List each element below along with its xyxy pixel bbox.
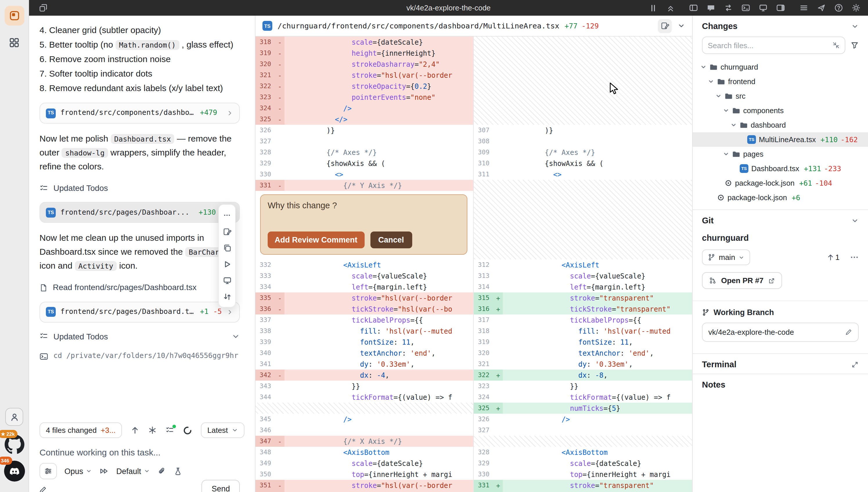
fast-forward-button[interactable] — [99, 466, 109, 476]
model-dropdown[interactable]: Opus — [65, 467, 92, 475]
pause-button[interactable] — [648, 3, 658, 13]
diff-row[interactable]: 337 tickLabelProps={{317 tickLabelProps=… — [256, 315, 692, 325]
attach-button[interactable] — [157, 467, 166, 475]
tree-item[interactable]: TS MultiLineArea.tsx +110 -162 — [693, 132, 868, 147]
files-changed-chip[interactable]: 4 files changed +3... — [40, 422, 122, 438]
annotate-button[interactable] — [658, 19, 672, 33]
share-button[interactable] — [816, 3, 826, 13]
tree-item[interactable]: package-lock.json +6 — [693, 190, 868, 205]
diff-row[interactable]: 350 top={innerHeight + margi330 top={inn… — [256, 469, 692, 480]
diff-row[interactable]: 319- height={innerHeight} — [256, 48, 692, 58]
tree-item[interactable]: pages — [693, 147, 868, 161]
diff-row[interactable]: 336- tickStroke="hsl(var(--bo316+ tickSt… — [256, 303, 692, 315]
diff-row[interactable]: 326 )}307 )} — [256, 125, 692, 136]
tree-item[interactable]: frontend — [693, 74, 868, 89]
diff-row[interactable]: 347- {/* X Axis */} — [256, 436, 692, 447]
tree-item[interactable]: package-lock.json +61 -104 — [693, 176, 868, 190]
github-link[interactable]: ★22k — [4, 434, 25, 455]
preview-button[interactable] — [220, 273, 234, 287]
tree-item[interactable]: churnguard — [693, 60, 868, 74]
open-pr-button[interactable]: Open PR #7 — [702, 272, 782, 289]
send-button[interactable]: Send — [202, 480, 240, 492]
chat-button[interactable] — [706, 3, 716, 13]
diff-row[interactable]: 321- stroke="hsl(var(--border — [256, 70, 692, 81]
scroll-top-button[interactable] — [131, 426, 139, 435]
diff-row[interactable]: 351- stroke="hsl(var(--border331+ stroke… — [256, 480, 692, 491]
todo-row[interactable]: Updated Todos — [40, 330, 240, 343]
discord-link[interactable]: 346 — [4, 461, 25, 482]
diff-row[interactable]: 341 dy: '0.33em',321 dy: '0.33em', — [256, 359, 692, 370]
tree-item[interactable]: components — [693, 103, 868, 118]
file-chip[interactable]: TS frontend/src/components/dashboa... +4… — [40, 103, 240, 124]
tree-item[interactable]: dashboard — [693, 118, 868, 132]
tree-item[interactable]: src — [693, 89, 868, 103]
diff-row[interactable]: 346327 — [256, 425, 692, 436]
collapse-tree-icon[interactable] — [832, 42, 840, 49]
compare-button[interactable] — [220, 290, 234, 303]
chevron-down-icon[interactable] — [232, 333, 240, 341]
terminal-command-row[interactable]: cd /private/var/folders/10/h7w0q46556ggr… — [40, 350, 240, 362]
copy-button[interactable] — [220, 241, 234, 255]
monitor-button[interactable] — [758, 3, 768, 13]
diff-row[interactable]: 323- pointerEvents="none" — [256, 92, 692, 103]
experiments-button[interactable] — [173, 467, 182, 475]
diff-row[interactable]: 325+ numTicks={5} — [256, 403, 692, 414]
pen-icon[interactable] — [38, 486, 47, 492]
more-button[interactable] — [220, 208, 234, 222]
menu-button[interactable] — [799, 3, 809, 13]
workspace-button[interactable] — [4, 6, 24, 26]
version-dropdown[interactable]: Latest — [201, 422, 244, 438]
file-chip[interactable]: TS frontend/src/pages/Dashboard.tsx +1 -… — [40, 302, 240, 323]
account-button[interactable] — [5, 408, 23, 426]
diff-row[interactable]: 344 tickFormat={(value) => f324 tickForm… — [256, 392, 692, 403]
search-field[interactable] — [702, 36, 845, 54]
mode-dropdown[interactable]: Default — [116, 467, 150, 475]
read-file-row[interactable]: Read frontend/src/pages/Dashboard.tsx — [40, 281, 240, 294]
notes-section-header[interactable]: Notes — [693, 374, 868, 394]
file-chip[interactable]: TS frontend/src/pages/Dashboar... +130 -… — [40, 202, 240, 223]
diff-row[interactable]: 352- tickStroke="hsl(var(--bo332+ tickSt… — [256, 491, 692, 492]
todo-row[interactable]: Updated Todos — [40, 181, 240, 195]
diff-row[interactable]: 343 }}323 }} — [256, 380, 692, 392]
help-button[interactable] — [834, 3, 844, 13]
edit-icon[interactable] — [845, 328, 852, 336]
diff-row[interactable]: 338 fill: 'hsl(var(--muted318 fill: 'hsl… — [256, 325, 692, 337]
diff-row[interactable]: 349 scale={dateScale}329 scale={dateScal… — [256, 458, 692, 469]
diff-row[interactable]: 348 <AxisBottom328 <AxisBottom — [256, 447, 692, 458]
diff-row[interactable]: 325- </> — [256, 114, 692, 125]
diff-row[interactable]: 340 textAnchor: 'end',320 textAnchor: 'e… — [256, 347, 692, 359]
run-button[interactable] — [220, 257, 234, 271]
search-input[interactable] — [708, 41, 829, 50]
todos-button[interactable] — [165, 426, 174, 435]
auto-mode-button[interactable] — [148, 426, 157, 435]
panel-left-button[interactable] — [688, 3, 699, 13]
diff-comment-row[interactable]: Why this change ? Add Review Comment Can… — [256, 191, 692, 259]
message-input[interactable]: Continue working on this task... — [40, 440, 240, 463]
diff-collapse-button[interactable] — [678, 22, 685, 30]
diff-row[interactable]: 318- scale={dateScale} — [256, 36, 692, 48]
terminal-section-header[interactable]: Terminal — [693, 354, 868, 374]
diff-row[interactable]: 330 <>311 <> — [256, 169, 692, 180]
working-branch-field[interactable]: vk/4e2a-explore-the-code — [702, 323, 859, 342]
diff-row[interactable]: 339 fontSize: 11,319 fontSize: 11, — [256, 337, 692, 347]
diff-row[interactable]: 328 {/* Axes */}309 {/* Axes */} — [256, 147, 692, 158]
diff-row[interactable]: 331- {/* Y Axis */} — [256, 180, 692, 191]
diff-row[interactable]: 334 left={margin.left}314 left={margin.l… — [256, 281, 692, 292]
diff-row[interactable]: 335- stroke="hsl(var(--border315+ stroke… — [256, 292, 692, 303]
git-swap-button[interactable] — [723, 3, 733, 13]
diff-row[interactable]: 345 />326 /> — [256, 414, 692, 425]
diff-row[interactable]: 327308 — [256, 136, 692, 147]
annotate-button[interactable] — [220, 224, 234, 239]
diff-row[interactable]: 332 <AxisLeft312 <AxisLeft — [256, 259, 692, 270]
settings-button[interactable] — [851, 3, 861, 13]
settings-chip-button[interactable] — [40, 463, 57, 479]
bring-forward-button[interactable] — [38, 3, 48, 13]
add-review-comment-button[interactable]: Add Review Comment — [268, 231, 364, 248]
terminal-panel-button[interactable] — [741, 3, 751, 13]
panel-right-button[interactable] — [776, 3, 785, 13]
diff-row[interactable]: 322- strokeOpacity={0.2} — [256, 81, 692, 92]
expand-icon[interactable] — [851, 361, 859, 368]
git-section-header[interactable]: Git — [693, 210, 868, 230]
diff-row[interactable]: 329 {showAxis && (310 {showAxis && ( — [256, 158, 692, 169]
diff-row[interactable]: 342- dx: -4,322+ dx: -8, — [256, 370, 692, 380]
